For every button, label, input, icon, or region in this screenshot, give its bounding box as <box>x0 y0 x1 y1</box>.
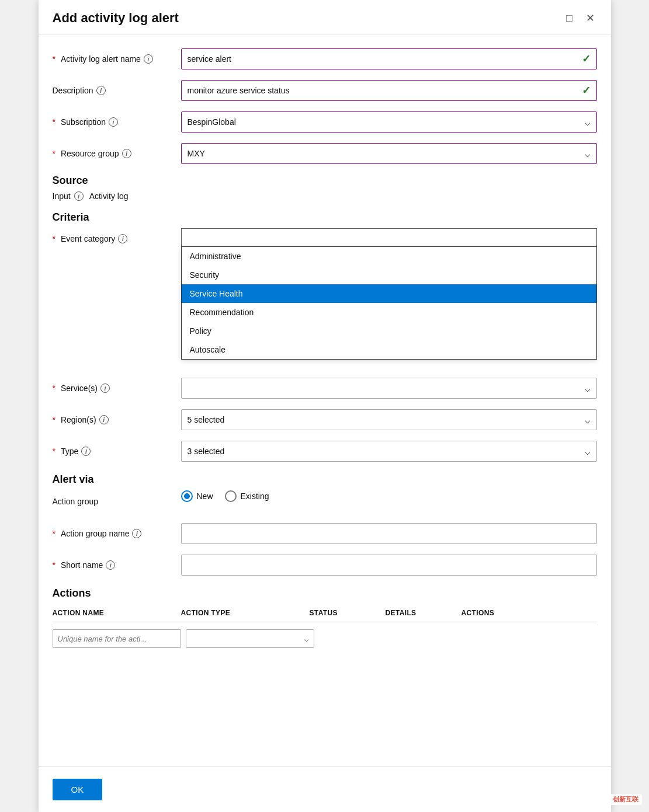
event-category-label: * Event category i <box>53 234 181 243</box>
event-category-info-icon[interactable]: i <box>118 234 127 243</box>
services-info-icon[interactable]: i <box>100 384 110 393</box>
services-dropdown[interactable]: ⌵ <box>181 378 597 399</box>
radio-existing-circle[interactable] <box>225 490 237 502</box>
short-name-input[interactable] <box>181 555 597 576</box>
alert-via-title: Alert via <box>53 473 597 486</box>
resource-group-row: * Resource group i MXY ⌵ <box>53 143 597 164</box>
subscription-chevron-icon: ⌵ <box>585 117 591 128</box>
action-name-input[interactable] <box>53 629 181 648</box>
col-status: STATUS <box>310 609 386 617</box>
alert-name-label: * Activity log alert name i <box>53 54 181 64</box>
dropdown-item-service-health[interactable]: Service Health <box>182 284 596 303</box>
actions-table-row: ⌵ <box>53 625 597 653</box>
ok-button[interactable]: OK <box>53 779 103 800</box>
dropdown-item-administrative[interactable]: Administrative <box>182 247 596 266</box>
col-action-type: ACTION TYPE <box>181 609 310 617</box>
required-star6: * <box>53 415 55 424</box>
required-star4: * <box>53 234 55 243</box>
source-info-icon[interactable]: i <box>74 191 84 201</box>
resource-group-dropdown[interactable]: MXY ⌵ <box>181 143 597 164</box>
actions-table-header: ACTION NAME ACTION TYPE STATUS DETAILS A… <box>53 604 597 622</box>
type-dropdown[interactable]: 3 selected ⌵ <box>181 441 597 462</box>
subscription-dropdown[interactable]: BespinGlobal ⌵ <box>181 111 597 133</box>
radio-new-circle[interactable] <box>181 490 193 502</box>
required-star: * <box>53 54 55 64</box>
criteria-section-title: Criteria <box>53 211 597 224</box>
actions-section: Actions ACTION NAME ACTION TYPE STATUS D… <box>53 587 597 653</box>
radio-existing-label[interactable]: Existing <box>225 490 269 502</box>
resource-group-chevron-icon: ⌵ <box>585 148 591 159</box>
required-star7: * <box>53 447 55 456</box>
regions-label: * Region(s) i <box>53 415 181 424</box>
short-name-info-icon[interactable]: i <box>106 560 115 570</box>
action-group-radio-row: Action group New Existing <box>53 490 597 513</box>
alert-name-input[interactable] <box>188 54 578 64</box>
resource-group-label: * Resource group i <box>53 149 181 158</box>
radio-new-label[interactable]: New <box>181 490 213 502</box>
description-input-wrapper[interactable]: ✓ <box>181 80 597 101</box>
add-activity-log-alert-dialog: Add activity log alert □ ✕ * Activity lo… <box>39 0 611 812</box>
description-info-icon[interactable]: i <box>96 86 106 95</box>
services-chevron-icon: ⌵ <box>585 383 591 394</box>
dropdown-item-policy[interactable]: Policy <box>182 322 596 340</box>
subscription-info-icon[interactable]: i <box>109 117 118 127</box>
alert-via-section: Alert via Action group New Existing <box>53 473 597 576</box>
event-category-dropdown[interactable]: Administrative Security Service Health R… <box>181 246 597 360</box>
col-actions: ACTIONS <box>461 609 520 617</box>
services-row: * Service(s) i ⌵ <box>53 378 597 399</box>
regions-chevron-icon: ⌵ <box>585 414 591 426</box>
action-type-cell[interactable]: ⌵ <box>186 629 314 648</box>
actions-section-title: Actions <box>53 587 597 600</box>
required-star5: * <box>53 384 55 393</box>
col-details: DETAILS <box>386 609 461 617</box>
resource-group-info-icon[interactable]: i <box>122 149 131 158</box>
maximize-icon[interactable]: □ <box>563 12 576 25</box>
alert-name-checkmark: ✓ <box>582 53 591 65</box>
description-row: Description i ✓ <box>53 80 597 101</box>
dialog-title: Add activity log alert <box>53 11 179 26</box>
description-label: Description i <box>53 86 181 95</box>
required-star3: * <box>53 149 55 158</box>
required-star2: * <box>53 117 55 127</box>
alert-name-info-icon[interactable]: i <box>144 54 153 64</box>
alert-name-row: * Activity log alert name i ✓ <box>53 48 597 69</box>
action-group-name-label: * Action group name i <box>53 529 181 538</box>
dialog-body: * Activity log alert name i ✓ Descriptio… <box>39 34 611 766</box>
watermark: 创新互联 <box>609 794 642 805</box>
regions-row: * Region(s) i 5 selected ⌵ <box>53 409 597 430</box>
description-checkmark: ✓ <box>582 84 591 97</box>
dropdown-item-security[interactable]: Security <box>182 266 596 284</box>
regions-dropdown[interactable]: 5 selected ⌵ <box>181 409 597 430</box>
source-section-title: Source <box>53 175 597 187</box>
type-chevron-icon: ⌵ <box>585 446 591 457</box>
dropdown-item-autoscale[interactable]: Autoscale <box>182 340 596 359</box>
type-label: * Type i <box>53 447 181 456</box>
action-name-cell[interactable] <box>53 629 181 648</box>
col-action-name: ACTION NAME <box>53 609 181 617</box>
description-input[interactable] <box>188 86 578 95</box>
dialog-header: Add activity log alert □ ✕ <box>39 0 611 34</box>
type-row: * Type i 3 selected ⌵ <box>53 441 597 462</box>
dialog-header-icons: □ ✕ <box>563 12 597 25</box>
required-star9: * <box>53 560 55 570</box>
action-type-select[interactable]: ⌵ <box>186 629 314 648</box>
criteria-section: Criteria * Event category i Administrati… <box>53 211 597 462</box>
short-name-row: * Short name i <box>53 555 597 576</box>
close-icon[interactable]: ✕ <box>584 12 597 25</box>
action-group-name-input[interactable] <box>181 523 597 544</box>
alert-name-input-wrapper[interactable]: ✓ <box>181 48 597 69</box>
subscription-label: * Subscription i <box>53 117 181 127</box>
action-group-name-info-icon[interactable]: i <box>132 529 141 538</box>
dropdown-item-recommendation[interactable]: Recommendation <box>182 303 596 322</box>
radio-group: New Existing <box>181 490 269 502</box>
subscription-row: * Subscription i BespinGlobal ⌵ <box>53 111 597 133</box>
regions-info-icon[interactable]: i <box>99 415 109 424</box>
source-input-row: Input i Activity log <box>53 191 597 201</box>
required-star8: * <box>53 529 55 538</box>
action-group-name-row: * Action group name i <box>53 523 597 544</box>
action-group-label: Action group <box>53 497 181 506</box>
services-label: * Service(s) i <box>53 384 181 393</box>
dialog-footer: OK <box>39 766 611 812</box>
short-name-label: * Short name i <box>53 560 181 570</box>
type-info-icon[interactable]: i <box>81 447 91 456</box>
